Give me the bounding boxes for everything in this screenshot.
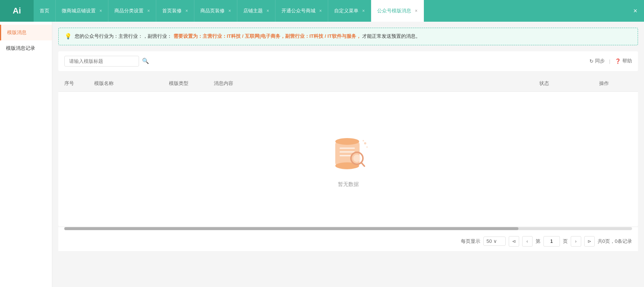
page-number-input[interactable] bbox=[543, 236, 560, 247]
svg-point-2 bbox=[335, 138, 359, 145]
nav-tab-5[interactable]: 店铺主题× bbox=[237, 0, 275, 22]
nav-tab-label: 商品分类设置 bbox=[114, 7, 144, 14]
main-layout: 模版消息模版消息记录 💡 您的公众号行业为：主营行业：，副营行业： 需要设置为：… bbox=[0, 22, 644, 287]
nav-tab-label: 首页装修 bbox=[162, 7, 182, 14]
empty-illustration bbox=[326, 130, 371, 175]
page-label: 第 bbox=[536, 238, 540, 245]
close-tab-icon[interactable]: × bbox=[147, 8, 150, 13]
help-icon: ❓ bbox=[615, 58, 621, 64]
nav-tab-label: 店铺主题 bbox=[243, 7, 263, 14]
divider: | bbox=[609, 58, 610, 64]
nav-tab-7[interactable]: 自定义菜单× bbox=[328, 0, 371, 22]
table-container: 序号模版名称模版类型消息内容状态操作 bbox=[58, 76, 638, 226]
search-input[interactable] bbox=[64, 56, 139, 67]
search-right: ↻ 同步 | ❓ 帮助 bbox=[589, 58, 632, 64]
content-area: 💡 您的公众号行业为：主营行业：，副营行业： 需要设置为：主营行业：IT科技 /… bbox=[52, 22, 644, 287]
sidebar-item-1[interactable]: 模版消息记录 bbox=[0, 40, 52, 56]
table-col-2: 模版类型 bbox=[163, 76, 208, 91]
last-page-button[interactable]: ⊳ bbox=[584, 236, 595, 247]
close-tab-icon[interactable]: × bbox=[266, 8, 269, 13]
svg-point-8 bbox=[353, 155, 361, 162]
sync-icon: ↻ bbox=[589, 58, 594, 64]
nav-tab-3[interactable]: 首页装修× bbox=[156, 0, 194, 22]
pagination: 每页显示 50 ∨ ⊲ ‹ 第 页 › ⊳ 共0页，0条记录 bbox=[58, 232, 638, 251]
sync-button[interactable]: ↻ 同步 bbox=[589, 58, 605, 64]
first-page-button[interactable]: ⊲ bbox=[509, 236, 519, 247]
svg-point-10 bbox=[364, 142, 366, 144]
scrollbar-thumb[interactable] bbox=[64, 227, 518, 230]
table-header: 序号模版名称模版类型消息内容状态操作 bbox=[58, 76, 638, 92]
notice-text: 您的公众号行业为：主营行业：，副营行业： 需要设置为：主营行业：IT科技 / 互… bbox=[75, 33, 420, 40]
nav-tab-1[interactable]: 微商城店铺设置× bbox=[56, 0, 108, 22]
per-page-label: 每页显示 bbox=[461, 238, 480, 245]
table-col-3: 消息内容 bbox=[208, 76, 533, 91]
page-size-select[interactable]: 50 ∨ bbox=[483, 236, 506, 246]
close-tab-icon[interactable]: × bbox=[228, 8, 231, 13]
search-left: 🔍 bbox=[64, 56, 149, 67]
nav-tab-label: 微商城店铺设置 bbox=[62, 7, 96, 14]
nav-tab-label: 自定义菜单 bbox=[334, 7, 358, 14]
close-tab-icon[interactable]: × bbox=[415, 8, 417, 13]
table-body: 暂无数据 bbox=[58, 92, 638, 226]
close-tab-icon[interactable]: × bbox=[99, 8, 102, 13]
nav-tab-4[interactable]: 商品页装修× bbox=[194, 0, 237, 22]
nav-tab-label: 公众号模版消息 bbox=[377, 7, 411, 14]
search-button[interactable]: 🔍 bbox=[142, 58, 149, 64]
scrollbar-track bbox=[64, 227, 632, 230]
nav-tabs: 首页微商城店铺设置×商品分类设置×首页装修×商品页装修×店铺主题×开通公众号商城… bbox=[34, 0, 626, 22]
prev-page-button[interactable]: ‹ bbox=[522, 236, 533, 247]
logo: Ai bbox=[0, 0, 34, 22]
sidebar-item-0[interactable]: 模版消息 bbox=[0, 25, 52, 40]
svg-point-11 bbox=[366, 146, 368, 148]
close-tab-icon[interactable]: × bbox=[185, 8, 188, 13]
table-col-1: 模版名称 bbox=[88, 76, 163, 91]
scrollbar-area[interactable] bbox=[58, 227, 638, 232]
search-bar: 🔍 ↻ 同步 | ❓ 帮助 bbox=[58, 51, 638, 71]
nav-tab-2[interactable]: 商品分类设置× bbox=[108, 0, 156, 22]
close-all-button[interactable]: × bbox=[626, 0, 644, 22]
nav-tab-label: 开通公众号商城 bbox=[281, 7, 315, 14]
nav-tab-8[interactable]: 公众号模版消息× bbox=[371, 0, 424, 22]
close-tab-icon[interactable]: × bbox=[362, 8, 365, 13]
notice-icon: 💡 bbox=[65, 33, 72, 40]
svg-rect-1 bbox=[335, 141, 360, 166]
page-total: 共0页，0条记录 bbox=[598, 238, 632, 245]
notice-banner: 💡 您的公众号行业为：主营行业：，副营行业： 需要设置为：主营行业：IT科技 /… bbox=[58, 28, 638, 45]
page-unit: 页 bbox=[563, 238, 568, 245]
nav-tab-0[interactable]: 首页 bbox=[34, 0, 56, 22]
svg-point-12 bbox=[363, 140, 364, 141]
nav-tab-6[interactable]: 开通公众号商城× bbox=[275, 0, 328, 22]
next-page-button[interactable]: › bbox=[571, 236, 581, 247]
nav-tab-label: 商品页装修 bbox=[200, 7, 225, 14]
table-col-4: 状态 bbox=[533, 76, 593, 91]
empty-text: 暂无数据 bbox=[338, 181, 359, 188]
table-col-5: 操作 bbox=[593, 76, 638, 91]
svg-line-9 bbox=[361, 162, 364, 166]
top-nav: Ai 首页微商城店铺设置×商品分类设置×首页装修×商品页装修×店铺主题×开通公众… bbox=[0, 0, 644, 22]
help-button[interactable]: ❓ 帮助 bbox=[615, 58, 632, 64]
sidebar: 模版消息模版消息记录 bbox=[0, 22, 52, 287]
nav-tab-label: 首页 bbox=[40, 7, 49, 14]
table-col-0: 序号 bbox=[58, 76, 88, 91]
chevron-down-icon: ∨ bbox=[493, 238, 497, 244]
close-tab-icon[interactable]: × bbox=[319, 8, 322, 13]
